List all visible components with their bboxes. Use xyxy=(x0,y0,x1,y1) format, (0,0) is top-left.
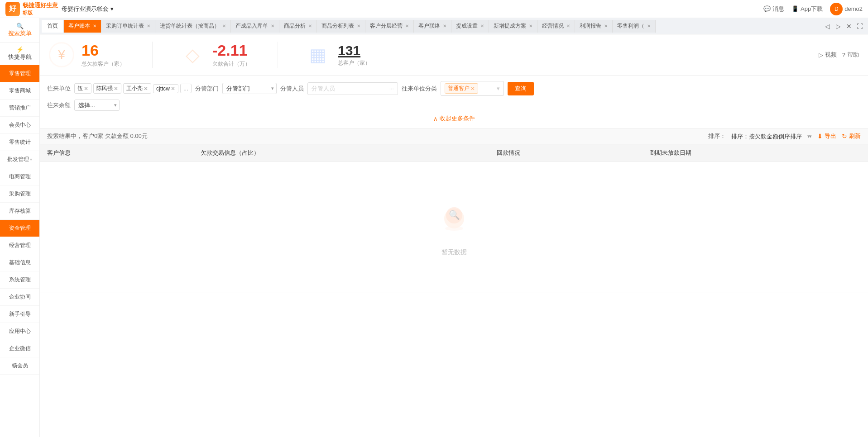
tab-prev-btn[interactable]: ◁ xyxy=(823,22,832,31)
unit-filter-label: 往来单位 xyxy=(47,85,71,93)
filter-row-2: 往来余额 选择... xyxy=(47,100,861,111)
close-tab-icon[interactable]: ✕ xyxy=(405,24,409,28)
sidebar-search[interactable]: 🔍 搜索菜单 xyxy=(0,18,39,43)
balance-filter-label: 往来余额 xyxy=(47,101,71,109)
sidebar-item-system[interactable]: 系统管理 xyxy=(0,271,39,289)
sidebar: 🔍 搜索菜单 ⚡ 快捷导航 零售管理 零售商城 营销推广 会员中心 零售统计 批… xyxy=(0,18,40,437)
top-header: 好 畅捷通好生意 标版 母婴行业演示帐套 ▾ 💬 消息 📱 App下载 D de… xyxy=(0,0,868,18)
unit-tag-cjttcw[interactable]: cjttcw ✕ xyxy=(153,84,178,93)
sort-select[interactable]: 排序：按欠款金额倒序排序 xyxy=(731,133,809,140)
category-select[interactable]: 普通客户 ✕ ▾ xyxy=(441,81,504,96)
app-download-btn[interactable]: 📱 App下载 xyxy=(791,5,823,13)
close-tab-icon[interactable]: ✕ xyxy=(480,24,484,28)
sidebar-item-finance[interactable]: 资金管理 xyxy=(0,220,39,237)
close-tab-icon[interactable]: ✕ xyxy=(604,24,608,28)
filter-bar: 往来单位 伍 ✕ 陈民强 ✕ 王小亮 ✕ cjttcw xyxy=(40,76,868,128)
sort-label: 排序： xyxy=(708,132,726,140)
sidebar-quick-nav[interactable]: ⚡ 快捷导航 xyxy=(0,43,39,65)
query-button[interactable]: 查询 xyxy=(508,82,534,95)
header-right: 💬 消息 📱 App下载 D demo2 xyxy=(763,3,863,15)
tab-product-analysis-list[interactable]: 商品分析列表 ✕ xyxy=(317,20,365,33)
tab-controls: ◁ ▷ ✕ ⛶ xyxy=(821,22,866,31)
stat-label-customers: 总欠款客户（家） xyxy=(82,60,125,68)
tab-customer-ledger[interactable]: 客户账本 ✕ xyxy=(64,20,101,33)
help-area: ▷ 视频 ? 帮助 xyxy=(819,51,859,59)
help-btn[interactable]: ? 帮助 xyxy=(842,51,859,59)
results-actions: 排序： 排序：按欠款金额倒序排序 ▾ ⬇ 导出 ↻ 刷新 xyxy=(708,132,861,140)
close-tab-icon[interactable]: ✕ xyxy=(308,24,312,28)
sidebar-item-retail-mall[interactable]: 零售商城 xyxy=(0,82,39,100)
sidebar-item-retail-mgmt[interactable]: 零售管理 xyxy=(0,65,39,82)
close-tab-icon[interactable]: ✕ xyxy=(357,24,360,28)
export-icon: ⬇ xyxy=(817,133,823,140)
tab-retail-profit[interactable]: 零售利润（ ✕ xyxy=(613,20,656,33)
unit-tag-wu[interactable]: 伍 ✕ xyxy=(74,83,91,94)
stat-total-arrears: ◇ -2.11 欠款合计（万） xyxy=(153,42,278,68)
export-btn[interactable]: ⬇ 导出 xyxy=(817,132,836,140)
sidebar-item-vip[interactable]: 畅会员 xyxy=(0,357,39,375)
sidebar-item-basic-info[interactable]: 基础信息 xyxy=(0,254,39,271)
unit-tag-wang[interactable]: 王小亮 ✕ xyxy=(123,83,151,94)
video-btn[interactable]: ▷ 视频 xyxy=(819,51,837,59)
close-tab-icon[interactable]: ✕ xyxy=(647,24,651,28)
stat-building-icon: ▦ xyxy=(305,42,331,67)
stat-value-customers: 16 xyxy=(82,42,125,59)
tab-close-all-btn[interactable]: ✕ xyxy=(844,22,854,31)
more-tags-btn[interactable]: ... xyxy=(180,84,192,93)
close-tab-icon[interactable]: ✕ xyxy=(566,24,570,28)
sidebar-item-wholesale[interactable]: 批发管理 ▾ xyxy=(0,151,39,168)
sidebar-item-member-center[interactable]: 会员中心 xyxy=(0,117,39,134)
stats-bar: ¥ 16 总欠款客户（家） ◇ -2.11 欠款合计（万） ▦ 131 总 xyxy=(40,34,868,76)
close-tab-icon[interactable]: ✕ xyxy=(271,24,274,28)
sidebar-item-marketing[interactable]: 营销推广 xyxy=(0,100,39,117)
sidebar-item-purchase[interactable]: 采购管理 xyxy=(0,185,39,203)
tab-commission-settings[interactable]: 提成设置 ✕ xyxy=(451,20,489,33)
tab-fullscreen-btn[interactable]: ⛶ xyxy=(855,22,864,31)
tab-next-btn[interactable]: ▷ xyxy=(834,22,843,31)
store-selector[interactable]: 母婴行业演示帐套 ▾ xyxy=(62,5,114,13)
balance-select[interactable]: 选择... xyxy=(74,100,120,111)
tab-new-commission[interactable]: 新增提成方案 ✕ xyxy=(489,20,537,33)
remove-tag-wang[interactable]: ✕ xyxy=(144,86,148,92)
avatar: D xyxy=(830,3,843,15)
sidebar-item-wechat[interactable]: 企业微信 xyxy=(0,340,39,357)
tab-product-analysis[interactable]: 商品分析 ✕ xyxy=(279,20,317,33)
results-bar: 搜索结果中，客户0家 欠款金额 0.00元 排序： 排序：按欠款金额倒序排序 ▾… xyxy=(40,128,868,144)
sidebar-item-operations[interactable]: 经营管理 xyxy=(0,237,39,254)
empty-state: 🔍 暂无数据 xyxy=(40,162,868,293)
close-tab-icon[interactable]: ✕ xyxy=(443,24,446,28)
remove-tag-cjttcw[interactable]: ✕ xyxy=(171,86,175,92)
message-btn[interactable]: 💬 消息 xyxy=(763,5,784,13)
remove-category-tag[interactable]: ✕ xyxy=(470,86,475,92)
sidebar-item-new-guide[interactable]: 新手引导 xyxy=(0,306,39,323)
close-tab-icon[interactable]: ✕ xyxy=(93,24,96,28)
close-tab-icon[interactable]: ✕ xyxy=(222,24,226,28)
tab-customer-layer[interactable]: 客户分层经营 ✕ xyxy=(365,20,414,33)
user-avatar-area[interactable]: D demo2 xyxy=(830,3,863,15)
sidebar-item-app-center[interactable]: 应用中心 xyxy=(0,323,39,340)
close-tab-icon[interactable]: ✕ xyxy=(147,24,150,28)
tab-purchase-order[interactable]: 采购订单统计表 ✕ xyxy=(101,20,155,33)
person-input[interactable]: 分管人员 ··· xyxy=(307,82,398,95)
remove-tag-wu[interactable]: ✕ xyxy=(84,86,88,92)
app-name: 畅捷通好生意 标版 xyxy=(23,1,58,16)
close-tab-icon[interactable]: ✕ xyxy=(529,24,532,28)
sidebar-item-retail-stats[interactable]: 零售统计 xyxy=(0,134,39,151)
tab-customer-contact[interactable]: 客户联络 ✕ xyxy=(414,20,451,33)
stat-label-arrears: 欠款合计（万） xyxy=(212,60,250,68)
dept-select[interactable]: 分管部门 xyxy=(222,83,277,94)
remove-tag-chen[interactable]: ✕ xyxy=(114,86,118,92)
tab-home[interactable]: 首页 xyxy=(42,20,64,33)
refresh-btn[interactable]: ↻ 刷新 xyxy=(842,132,861,140)
tab-profit-report[interactable]: 利润报告 ✕ xyxy=(575,20,613,33)
sidebar-item-enterprise[interactable]: 企业协同 xyxy=(0,289,39,306)
tab-operations[interactable]: 经营情况 ✕ xyxy=(537,20,575,33)
category-filter-label: 往来单位分类 xyxy=(402,85,437,93)
sidebar-item-inventory[interactable]: 库存核算 xyxy=(0,203,39,220)
stat-yen-icon: ¥ xyxy=(49,42,74,67)
tab-incoming-stats[interactable]: 进货单统计表（按商品） ✕ xyxy=(155,20,231,33)
collapse-filters-btn[interactable]: ∧ 收起更多条件 xyxy=(433,114,475,123)
sidebar-item-ecommerce[interactable]: 电商管理 xyxy=(0,168,39,185)
unit-tag-chen[interactable]: 陈民强 ✕ xyxy=(93,83,121,94)
tab-product-inbound[interactable]: 产成品入库单 ✕ xyxy=(231,20,279,33)
